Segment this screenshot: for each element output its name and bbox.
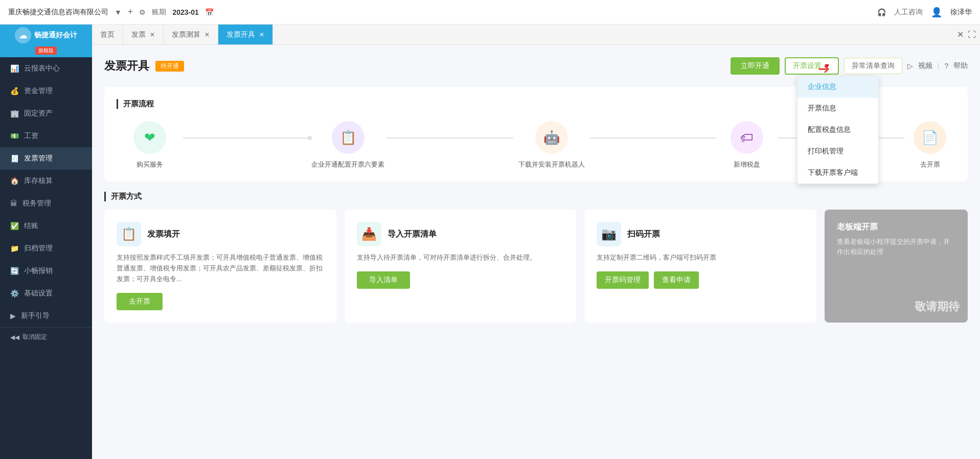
activate-button[interactable]: 立即开通 [731,57,780,75]
collapse-icon[interactable]: ◀◀ [10,334,19,341]
fill-go-button[interactable]: 去开票 [117,293,163,310]
fill-icon: 📋 [117,222,141,246]
tab-invoice[interactable]: 发票 ✕ [123,25,164,44]
sidebar-bottom: ◀◀ 取消固定 [0,327,92,347]
tab-test-close[interactable]: ✕ [204,31,210,38]
collapse-label: 取消固定 [22,333,47,341]
cloud-report-icon: 📊 [10,64,19,73]
tab-test[interactable]: 发票测算 ✕ [164,25,218,44]
invoice-methods-grid: 📋 发票填开 支持按照发票样式手工填开发票；可开具增值税电子普通发票、增值税普通… [104,210,968,322]
sidebar-item-asset[interactable]: 🏢 固定资产 [0,102,92,125]
fund-icon: 💰 [10,87,19,95]
logo-icon: ☁ [15,27,31,43]
sidebar-item-archive[interactable]: 📁 归档管理 [0,237,92,260]
invoice-settings-button[interactable]: 开票设置 ▼ [785,57,839,75]
tab-invoice-close[interactable]: ✕ [150,31,155,38]
sidebar-label-tax: 税务管理 [22,199,51,208]
tab-test-label: 发票测算 [172,30,200,39]
import-button[interactable]: 导入清单 [357,271,410,289]
top-bar-right: 🎧 人工咨询 👤 徐泽华 [877,7,972,18]
exception-button[interactable]: 异常清单查询 [844,58,902,74]
sidebar-item-cloud-report[interactable]: 📊 云报表中心 [0,57,92,80]
dropdown-item-printer[interactable]: 打印机管理 [797,141,878,162]
sidebar-item-tax[interactable]: 🏛 税务管理 [0,192,92,215]
tab-bar-right: ✕ ⛶ [953,25,980,44]
settings-menu-icon: ⚙️ [10,289,19,297]
dropdown-item-download-client[interactable]: 下载开票客户端 [797,162,878,183]
step-buy-label: 购买服务 [136,160,163,169]
help-button[interactable]: 帮助 [953,61,968,71]
video-play-icon: ▷ [907,62,913,70]
step-connector-2 [386,137,513,139]
page-title: 发票开具 [104,58,149,74]
logo-sub: 旗舰版 [35,47,57,55]
sidebar-label-cloud-report: 云报表中心 [24,64,60,73]
step-download: 🤖 下载并安装开票机器人 [513,121,590,169]
step-go-invoice-icon: 📄 [914,121,946,154]
account-period-value: 2023-01 [172,8,198,16]
help-circle-icon: ? [944,62,948,70]
tab-open[interactable]: 发票开具 ✕ [218,25,273,44]
step-download-icon: 🤖 [535,121,568,154]
guide-icon: ▶ [10,312,16,320]
report-icon: 🔄 [10,267,19,275]
separator: | [938,62,940,70]
user-avatar-icon: 👤 [931,7,942,18]
red-arrow-indicator: ➔ [818,62,830,76]
sidebar-label-salary: 工资 [24,131,38,141]
sidebar-label-archive: 归档管理 [24,244,53,253]
boss-overlay: 敬请期待 [915,299,960,314]
company-dropdown-icon[interactable]: ▼ [115,8,122,16]
step-buy-icon: ❤ [133,121,166,154]
calendar-icon[interactable]: 📅 [205,8,214,16]
user-service[interactable]: 人工咨询 [894,8,923,17]
step-tax-add-icon: 🏷 [731,121,763,154]
tab-home[interactable]: 首页 [92,25,123,44]
import-header: 📥 导入开票清单 [357,222,564,246]
sidebar-item-guide[interactable]: ▶ 新手引导 [0,305,92,327]
tab-expand[interactable]: ⛶ [968,30,976,39]
sidebar-item-fund[interactable]: 💰 资金管理 [0,80,92,102]
dropdown-item-company-info[interactable]: 企业信息 [797,76,878,98]
video-button[interactable]: 视频 [918,61,932,71]
sidebar-item-salary[interactable]: 💵 工资 [0,125,92,147]
scan-manage-button[interactable]: 开票码管理 [597,271,649,289]
status-badge: 待开通 [155,61,184,72]
import-icon: 📥 [357,222,381,246]
archive-icon: 📁 [10,244,19,253]
step-go-invoice-label: 去开票 [920,160,940,169]
step-config: 📋 企业开通配置开票六要素 [310,121,386,169]
sidebar: ☁ 畅捷通好会计 旗舰版 📊 云报表中心 💰 资金管理 🏢 固定资产 💵 工资 … [0,25,92,459]
sidebar-item-invoice[interactable]: 🧾 发票管理 [0,147,92,170]
company-name: 重庆畅捷交通信息咨询有限公司 [8,8,108,17]
page-actions: 立即开通 开票设置 ▼ 异常清单查询 ▷ 视频 | ? 帮助 ➔ 企 [731,57,968,75]
account-period-label: 账期 [152,8,166,17]
username: 徐泽华 [950,8,972,17]
service-icon: 🎧 [877,8,886,16]
method-card-fill: 📋 发票填开 支持按照发票样式手工填开发票；可开具增值税电子普通发票、增值税普通… [104,210,336,322]
sidebar-item-inventory[interactable]: 🏠 库存核算 [0,170,92,192]
logo-text: 畅捷通好会计 [34,31,77,40]
tax-icon: 🏛 [10,199,17,208]
sidebar-item-report[interactable]: 🔄 小畅报销 [0,260,92,282]
tab-close-all[interactable]: ✕ [957,30,964,39]
dropdown-item-invoice-info[interactable]: 开票信息 [797,98,878,119]
sidebar-item-settle[interactable]: ✅ 结账 [0,215,92,237]
sidebar-label-report: 小畅报销 [24,266,53,276]
tab-open-close[interactable]: ✕ [259,31,264,38]
page-content: 发票开具 待开通 立即开通 开票设置 ▼ 异常清单查询 ▷ 视频 | ? 帮助 [92,45,980,459]
boss-title: 老板端开票 [837,222,955,233]
import-title: 导入开票清单 [388,229,437,240]
step-config-label: 企业开通配置开票六要素 [311,160,384,169]
scan-desc: 支持定制开票二维码，客户端可扫码开票 [597,253,804,263]
tab-open-label: 发票开具 [226,30,255,39]
import-desc: 支持导入待开票清单，可对待开票清单进行拆分、合并处理。 [357,253,564,263]
scan-view-button[interactable]: 查看申请 [654,271,699,289]
sidebar-label-settings: 基础设置 [24,289,53,298]
sidebar-item-settings[interactable]: ⚙️ 基础设置 [0,282,92,305]
add-btn[interactable]: + [128,7,133,17]
dropdown-item-tax-disk[interactable]: 配置税盘信息 [797,119,878,141]
fill-header: 📋 发票填开 [117,222,324,246]
scan-buttons: 开票码管理 查看申请 [597,271,804,289]
settings-icon[interactable]: ⚙ [139,8,146,16]
